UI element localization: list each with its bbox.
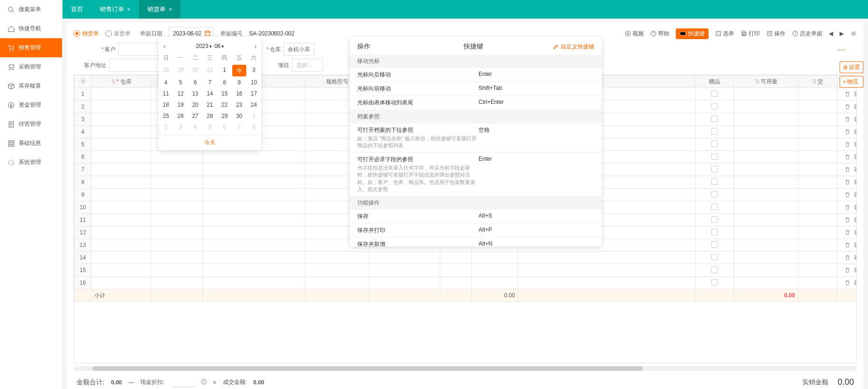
delete-icon[interactable] xyxy=(844,154,851,160)
side-search[interactable]: 搜索菜单 xyxy=(0,0,62,19)
cal-day[interactable]: 7 xyxy=(203,77,216,88)
copy-icon[interactable] xyxy=(854,191,857,198)
help-icon[interactable]: ⓘ xyxy=(201,378,207,386)
select-link[interactable]: 选单 xyxy=(715,30,734,38)
gift-checkbox[interactable] xyxy=(711,166,718,172)
cal-day[interactable]: 30 xyxy=(188,65,202,76)
copy-icon[interactable] xyxy=(854,242,857,248)
cal-today-btn[interactable]: 今天 xyxy=(159,135,261,150)
copy-icon[interactable] xyxy=(854,116,857,123)
cal-day[interactable]: 4 xyxy=(188,122,202,132)
cal-day[interactable]: 7 xyxy=(232,122,246,132)
cal-day[interactable]: 25 xyxy=(159,111,173,121)
cal-day[interactable]: 9 xyxy=(232,77,246,88)
gift-checkbox[interactable] xyxy=(711,191,718,198)
cal-day[interactable]: 3 xyxy=(247,65,261,76)
operate-link[interactable]: 操作 xyxy=(766,30,785,38)
side-basic[interactable]: 基础信息 xyxy=(0,134,62,153)
cal-day[interactable]: 1 xyxy=(247,111,261,121)
col-avail[interactable]: ⇅可用量 xyxy=(734,75,798,88)
print-link[interactable]: 打印 xyxy=(741,30,760,38)
delete-icon[interactable] xyxy=(844,129,851,135)
cal-day[interactable]: 6 xyxy=(188,77,202,88)
gift-checkbox[interactable] xyxy=(711,279,718,286)
delete-icon[interactable] xyxy=(844,267,851,273)
prev-doc[interactable]: ◀ xyxy=(829,30,833,37)
table-row[interactable]: 14 xyxy=(75,252,857,264)
cal-next[interactable]: › xyxy=(254,42,257,50)
delete-icon[interactable] xyxy=(844,217,851,223)
cal-day[interactable]: 30 xyxy=(232,111,246,121)
calendar-icon[interactable] xyxy=(204,30,211,38)
more-icon-2[interactable]: ⋯ xyxy=(835,44,847,55)
next-doc[interactable]: ▶ xyxy=(840,30,844,37)
delete-icon[interactable] xyxy=(844,166,851,173)
shortcut-button[interactable]: 快捷键 xyxy=(676,28,708,39)
cal-day[interactable]: 10 xyxy=(247,77,261,88)
cal-day[interactable]: 今 xyxy=(232,65,246,76)
side-system[interactable]: 系统管理 xyxy=(0,153,62,172)
cal-month[interactable]: 06▾ xyxy=(215,43,224,49)
gift-checkbox[interactable] xyxy=(711,216,718,223)
gift-checkbox[interactable] xyxy=(711,90,718,97)
col-deliver[interactable]: ⇅交 xyxy=(798,75,837,88)
tab-sales-order[interactable]: 销售订单× xyxy=(91,0,139,19)
side-funds[interactable]: 资金管理 xyxy=(0,96,62,115)
gift-checkbox[interactable] xyxy=(711,141,718,147)
delete-icon[interactable] xyxy=(844,204,851,211)
cal-day[interactable]: 17 xyxy=(247,89,261,99)
copy-icon[interactable] xyxy=(854,229,857,236)
delete-icon[interactable] xyxy=(844,116,851,123)
col-warehouse[interactable]: ⇅仓库 xyxy=(91,75,151,88)
gift-checkbox[interactable] xyxy=(711,241,718,248)
warehouse-select[interactable]: 余杭小库 xyxy=(284,43,314,56)
help-link[interactable]: 帮助 xyxy=(650,30,669,38)
table-row[interactable]: 15 xyxy=(75,264,857,277)
cal-day[interactable]: 24 xyxy=(247,100,261,110)
cal-day[interactable]: 31 xyxy=(203,65,216,76)
gift-checkbox[interactable] xyxy=(711,254,718,260)
cal-day[interactable]: 28 xyxy=(159,65,173,76)
cal-day[interactable]: 13 xyxy=(188,89,202,99)
history-link[interactable]: 历史单据 xyxy=(792,30,822,38)
cal-day[interactable]: 26 xyxy=(174,111,187,121)
gift-checkbox[interactable] xyxy=(711,116,718,122)
side-purchase[interactable]: 采购管理 xyxy=(0,57,62,76)
delete-icon[interactable] xyxy=(844,191,851,198)
delete-icon[interactable] xyxy=(844,179,851,185)
cal-day[interactable]: 8 xyxy=(218,77,231,88)
gift-checkbox[interactable] xyxy=(711,266,718,273)
cal-year[interactable]: 2023▾ xyxy=(196,43,212,49)
copy-icon[interactable] xyxy=(854,141,857,148)
discount-input[interactable] xyxy=(171,378,194,387)
copy-icon[interactable] xyxy=(854,254,857,261)
cal-day[interactable]: 23 xyxy=(232,100,246,110)
delete-icon[interactable] xyxy=(844,280,851,286)
copy-icon[interactable] xyxy=(854,217,857,223)
copy-icon[interactable] xyxy=(854,129,857,135)
cal-day[interactable]: 27 xyxy=(188,111,202,121)
close-icon[interactable]: × xyxy=(127,6,131,13)
col-gear[interactable] xyxy=(75,75,91,88)
cal-day[interactable]: 29 xyxy=(218,111,231,121)
side-quicknav[interactable]: 快捷导航 xyxy=(0,19,62,38)
cal-day[interactable]: 1 xyxy=(218,65,231,76)
cal-day[interactable]: 19 xyxy=(174,100,187,110)
cal-day[interactable]: 21 xyxy=(203,100,216,110)
gift-checkbox[interactable] xyxy=(711,229,718,235)
cal-day[interactable]: 5 xyxy=(174,77,187,88)
video-link[interactable]: 视频 xyxy=(625,30,644,38)
cal-day[interactable]: 5 xyxy=(203,122,216,132)
copy-icon[interactable] xyxy=(854,179,857,185)
delete-icon[interactable] xyxy=(844,91,851,97)
cal-day[interactable]: 15 xyxy=(218,89,231,99)
side-operation[interactable]: 经营管理 xyxy=(0,115,62,134)
gift-checkbox[interactable] xyxy=(711,204,718,210)
list-icon[interactable] xyxy=(850,30,857,37)
gift-checkbox[interactable] xyxy=(711,178,718,185)
copy-icon[interactable] xyxy=(854,267,857,273)
delete-icon[interactable] xyxy=(844,103,851,110)
copy-icon[interactable] xyxy=(854,103,857,110)
cal-day[interactable]: 22 xyxy=(218,100,231,110)
gift-checkbox[interactable] xyxy=(711,153,718,160)
